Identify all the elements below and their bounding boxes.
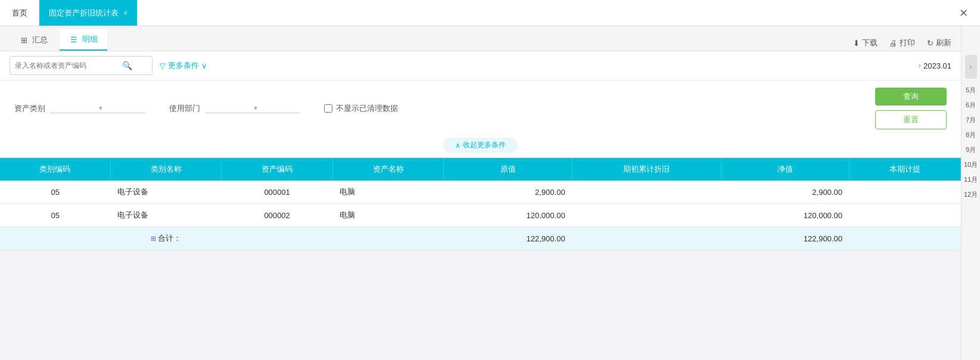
asset-category-field: 资产类别 ▼ [14, 103, 145, 114]
tab-summary[interactable]: ⊞ 汇总 [10, 29, 57, 51]
total-icon: ⊞ [151, 235, 156, 242]
sidebar-month-item[interactable]: 11月 [962, 173, 980, 187]
total-cell [850, 227, 961, 250]
table-body: 05电子设备000001电脑2,900.002,900.0005电子设备0000… [0, 181, 961, 250]
filter-buttons: 查询 重置 [875, 88, 947, 129]
collapse-icon: ∧ [455, 141, 461, 150]
total-cell [222, 227, 333, 250]
search-input[interactable] [15, 61, 122, 70]
download-label: 下载 [862, 38, 878, 48]
tabs-right: ⬇ 下载 🖨 打印 ↻ 刷新 [853, 38, 951, 51]
table-cell: 000002 [222, 204, 333, 227]
sidebar-month-item[interactable]: 8月 [962, 128, 980, 142]
total-cell: 122,900.00 [721, 227, 850, 250]
total-cell [332, 227, 444, 250]
table-cell: 2,900.00 [721, 181, 850, 204]
tab-detail[interactable]: ☰ 明细 [60, 29, 107, 51]
no-cleared-label: 不显示已清理数据 [336, 103, 398, 114]
total-cell [0, 227, 110, 250]
asset-category-select[interactable]: ▼ [50, 104, 145, 113]
table-cell: 000001 [222, 181, 333, 204]
window-close-button[interactable]: ✕ [947, 7, 980, 20]
date-display: › 2023.01 [918, 60, 951, 71]
tab-summary-label: 汇总 [32, 35, 48, 45]
total-row: ⊞ 合计：122,900.00122,900.00 [0, 227, 961, 250]
col-current-depreciation: 本期计提 [850, 158, 961, 181]
filter-icon: ▽ [160, 61, 166, 70]
table-cell: 2,900.00 [444, 181, 573, 204]
print-button[interactable]: 🖨 打印 [889, 38, 915, 48]
asset-category-label: 资产类别 [14, 103, 45, 114]
col-original-value: 原值 [444, 158, 573, 181]
department-arrow: ▼ [253, 105, 298, 111]
sidebar-month-item[interactable]: 5月 [962, 83, 980, 97]
table-row: 05电子设备000001电脑2,900.002,900.00 [0, 181, 961, 204]
collapse-bar: ∧ 收起更多条件 [14, 134, 947, 155]
col-net-value: 净值 [721, 158, 850, 181]
sidebar-month-item[interactable]: 12月 [962, 188, 980, 201]
page-body: ⊞ 汇总 ☰ 明细 ⬇ 下载 🖨 打印 ↻ 刷 [0, 26, 961, 360]
collapse-button[interactable]: ∧ 收起更多条件 [443, 138, 518, 153]
search-wrap[interactable]: 🔍 [10, 56, 153, 75]
sidebar-month-item[interactable]: 6月 [962, 98, 980, 112]
table-cell: 05 [0, 181, 110, 204]
table-row: 05电子设备000002电脑120,000.00120,000.00 [0, 204, 961, 227]
department-field: 使用部门 ▼ [169, 103, 300, 114]
table-cell: 电脑 [332, 181, 444, 204]
table-cell: 05 [0, 204, 110, 227]
tab-detail-label: 明细 [82, 34, 98, 45]
more-filter-button[interactable]: ▽ 更多条件 ∨ [160, 60, 207, 71]
col-category-code: 类别编码 [0, 158, 110, 181]
table-cell: 电子设备 [110, 181, 222, 204]
adv-filter-row: 资产类别 ▼ 使用部门 ▼ 不显示已清理数据 [14, 88, 947, 129]
table-cell: 电子设备 [110, 204, 222, 227]
refresh-label: 刷新 [936, 38, 951, 48]
sidebar-month-item[interactable]: 10月 [962, 158, 980, 172]
table-header: 类别编码 类别名称 资产编码 资产名称 原值 期初累计折旧 净值 本期计提 [0, 158, 961, 181]
department-label: 使用部门 [169, 103, 200, 114]
top-nav: 首页 固定资产折旧统计表 × ✕ [0, 0, 980, 26]
no-cleared-checkbox[interactable] [324, 104, 332, 113]
total-cell [573, 227, 721, 250]
table-wrap: 类别编码 类别名称 资产编码 资产名称 原值 期初累计折旧 净值 本期计提 05… [0, 158, 961, 360]
date-value: 2023.01 [923, 61, 951, 70]
table-cell: 120,000.00 [444, 204, 573, 227]
col-asset-name: 资产名称 [332, 158, 444, 181]
department-select[interactable]: ▼ [205, 104, 300, 113]
download-button[interactable]: ⬇ 下载 [853, 38, 878, 48]
tabs-left: ⊞ 汇总 ☰ 明细 [10, 26, 107, 51]
tab-close-icon[interactable]: × [123, 9, 127, 17]
tab-title: 固定资产折旧统计表 [49, 8, 119, 18]
sidebar-month-item[interactable]: 9月 [962, 143, 980, 157]
col-category-name: 类别名称 [110, 158, 222, 181]
sidebar-month-item[interactable]: 7月 [962, 113, 980, 127]
search-icon[interactable]: 🔍 [122, 61, 132, 70]
col-asset-code: 资产编码 [222, 158, 333, 181]
table-cell [850, 204, 961, 227]
sidebar-expand-button[interactable]: › [965, 55, 977, 79]
query-button[interactable]: 查询 [875, 88, 947, 105]
home-link[interactable]: 首页 [0, 0, 39, 26]
no-cleared-field[interactable]: 不显示已清理数据 [324, 103, 398, 114]
download-icon: ⬇ [853, 39, 860, 48]
col-initial-depreciation: 期初累计折旧 [573, 158, 721, 181]
active-tab[interactable]: 固定资产折旧统计表 × [39, 0, 137, 26]
collapse-label: 收起更多条件 [463, 140, 506, 150]
detail-icon: ☰ [69, 35, 79, 44]
table-cell: 120,000.00 [721, 204, 850, 227]
more-filter-label: 更多条件 [168, 60, 199, 71]
reset-button[interactable]: 重置 [875, 110, 947, 129]
layout-wrapper: ⊞ 汇总 ☰ 明细 ⬇ 下载 🖨 打印 ↻ 刷 [0, 26, 980, 360]
chevron-down-icon: ∨ [201, 61, 207, 70]
adv-filter-panel: 资产类别 ▼ 使用部门 ▼ 不显示已清理数据 [0, 80, 961, 158]
right-sidebar: › 5月6月7月8月9月10月11月12月 2023 [961, 26, 980, 360]
main-table: 类别编码 类别名称 资产编码 资产名称 原值 期初累计折旧 净值 本期计提 05… [0, 158, 961, 250]
total-cell: ⊞ 合计： [110, 227, 222, 250]
print-icon: 🖨 [889, 39, 897, 48]
total-cell: 122,900.00 [444, 227, 573, 250]
refresh-icon: ↻ [927, 39, 934, 48]
chevron-right-icon: › [918, 60, 921, 71]
refresh-button[interactable]: ↻ 刷新 [927, 38, 951, 48]
filter-bar: 🔍 ▽ 更多条件 ∨ › 2023.01 [0, 51, 961, 80]
sidebar-month-list: 5月6月7月8月9月10月11月12月 [962, 83, 980, 201]
